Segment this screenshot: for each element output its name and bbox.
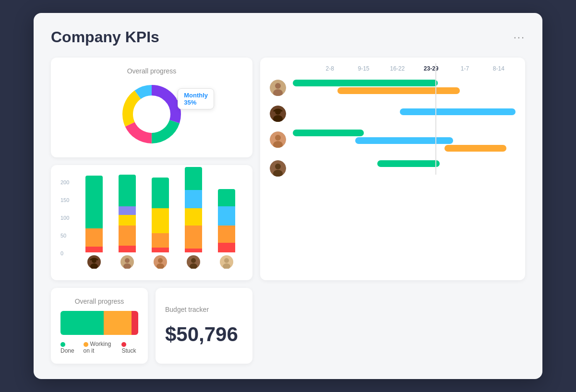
bar-segment [185, 167, 202, 190]
bar-avatar [120, 255, 134, 271]
gantt-card: 2-8 9-15 16-22 23-29 1-7 8-14 [260, 58, 525, 280]
legend-done: Done [60, 341, 77, 354]
bar-segment [119, 206, 136, 215]
bar-group-5 [210, 189, 243, 271]
bar-segment [119, 226, 136, 246]
more-options-button[interactable]: ··· [514, 31, 525, 44]
bar-group-1 [78, 176, 111, 271]
gantt-bar [377, 160, 440, 167]
bar-segment [185, 226, 202, 249]
budget-card: Budget tracker $50,796 [156, 288, 252, 364]
bar-segment [85, 247, 103, 252]
tooltip-value: 35% [184, 99, 208, 106]
dashboard: Company KPIs ··· Overall progress [34, 13, 542, 379]
stacked-bar [152, 178, 169, 252]
avatar-4 [270, 160, 286, 177]
gantt-bar [293, 130, 364, 136]
bar-chart-card: 200 150 100 50 0 [51, 165, 252, 280]
y-label: 0 [60, 250, 69, 256]
budget-amount: $50,796 [165, 323, 238, 346]
gantt-col-4: 23-29 [414, 65, 448, 72]
svg-point-22 [125, 258, 130, 263]
bar-segment [152, 208, 169, 233]
bar-group-2 [111, 175, 144, 271]
gantt-col-3: 16-22 [381, 65, 414, 72]
legend-stuck: Stuck [121, 341, 138, 354]
bar-segment [185, 190, 202, 208]
gantt-row-3 [293, 130, 516, 150]
bar-segment [218, 206, 235, 226]
donut-card: Overall progress [51, 58, 252, 157]
gantt-row-2 [293, 104, 516, 121]
stacked-bar [185, 167, 202, 252]
bar-segment [119, 246, 136, 252]
gantt-bar [337, 87, 460, 94]
progress-working [104, 311, 132, 335]
gantt-header: 2-8 9-15 16-22 23-29 1-7 8-14 [270, 65, 516, 72]
svg-point-16 [275, 164, 281, 169]
donut-title: Overall progress [127, 67, 177, 75]
main-grid: Overall progress [51, 58, 525, 364]
donut-chart: Monthly 35% [118, 81, 185, 148]
legend-working: Working on it [84, 341, 115, 354]
y-label: 200 [60, 179, 69, 185]
svg-point-7 [275, 83, 281, 89]
gantt-bar [355, 137, 453, 144]
budget-title: Budget tracker [165, 306, 209, 313]
bar-segment [185, 208, 202, 226]
bar-segment [119, 175, 136, 206]
bar-chart-area: 200 150 100 50 0 [60, 175, 243, 271]
y-axis: 200 150 100 50 0 [60, 179, 69, 256]
page-title: Company KPIs [51, 28, 159, 46]
bar-group-4 [177, 167, 210, 271]
bar-segment [119, 215, 136, 226]
stacked-bar [218, 189, 235, 252]
stacked-bar [119, 175, 136, 252]
y-label: 150 [60, 197, 69, 203]
bottom-row: Overall progress Done Working on it Stuc… [51, 288, 252, 364]
svg-point-5 [133, 96, 170, 132]
bar-avatar [187, 255, 200, 271]
bar-avatar [154, 255, 167, 271]
legend: Done Working on it Stuck [60, 341, 138, 354]
bar-segment [85, 176, 103, 228]
stuck-dot [121, 342, 126, 347]
header: Company KPIs ··· [51, 28, 525, 46]
gantt-col-5: 1-7 [448, 65, 481, 72]
progress-bar-title: Overall progress [60, 297, 138, 305]
bar-segment [218, 243, 235, 252]
svg-point-13 [275, 135, 281, 141]
progress-stuck [132, 311, 138, 335]
bar-segment [152, 248, 169, 252]
bar-segment [218, 189, 235, 206]
svg-point-31 [224, 258, 229, 263]
svg-point-28 [191, 258, 196, 263]
avatar-1 [270, 80, 286, 96]
stacked-bar [85, 176, 103, 252]
working-dot [84, 342, 88, 347]
bar-segment [152, 178, 169, 208]
avatar-3 [270, 131, 286, 148]
bar-avatar [87, 255, 101, 271]
bar-avatar [220, 255, 233, 271]
avatar-2 [270, 106, 286, 122]
bar-segment [85, 228, 103, 247]
gantt-col-6: 8-14 [482, 65, 516, 72]
y-label: 50 [60, 233, 69, 238]
bar-group-3 [144, 178, 177, 271]
donut-tooltip: Monthly 35% [178, 88, 214, 109]
gantt-bar [444, 145, 507, 152]
progress-bar-card: Overall progress Done Working on it Stuc… [51, 288, 148, 364]
svg-point-25 [158, 258, 163, 263]
gantt-bar [400, 108, 516, 115]
gantt-col-1: 2-8 [313, 65, 347, 72]
gantt-row-1 [293, 78, 516, 95]
tooltip-label: Monthly [184, 92, 208, 99]
bar-segment [185, 249, 202, 252]
done-dot [60, 342, 65, 347]
gantt-row-4 [293, 158, 516, 170]
progress-done [60, 311, 104, 335]
bar-segment [152, 233, 169, 248]
bar-segment [218, 226, 235, 243]
y-label: 100 [60, 215, 69, 221]
